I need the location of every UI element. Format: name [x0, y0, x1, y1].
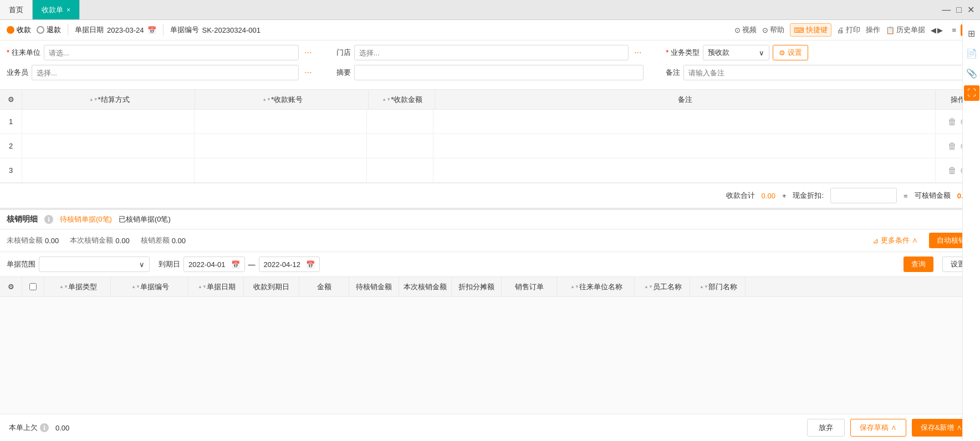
- plus-sign: +: [782, 192, 787, 200]
- row3-delete-btn[interactable]: 🗑: [948, 166, 957, 176]
- sidebar-clip-icon[interactable]: 📎: [964, 65, 979, 81]
- help-action[interactable]: ⊙ 帮助: [762, 25, 784, 35]
- refund-radio-dot: [37, 26, 44, 34]
- note-field: 备注: [666, 65, 973, 80]
- gear-icon: ⚙: [8, 95, 14, 104]
- equals-sign: =: [904, 192, 908, 200]
- diff-value: 0.00: [172, 237, 186, 245]
- writeoff-filter: 单据范围 ∨ 到期日 2022-04-01 📅 — 2022-04-12 �: [0, 252, 980, 277]
- net-label: 可核销金额: [915, 191, 951, 201]
- operations-action[interactable]: 操作: [866, 25, 880, 35]
- history-action[interactable]: 📋 历史单据: [886, 25, 925, 35]
- wth-order: 销售订单: [502, 277, 557, 296]
- wth-check[interactable]: [22, 277, 44, 296]
- docno-label: 单据编号: [170, 25, 199, 35]
- maximize-button[interactable]: □: [956, 5, 962, 15]
- row3-settle[interactable]: [22, 158, 195, 182]
- list-view-btn[interactable]: ≡: [948, 24, 959, 36]
- shortcut-action[interactable]: ⌨ 快捷键: [790, 23, 831, 37]
- shop-more-btn[interactable]: ···: [632, 48, 644, 58]
- discount-input[interactable]: [830, 188, 897, 203]
- bottom-info-icon[interactable]: ℹ: [40, 423, 49, 432]
- staff-input[interactable]: [32, 65, 299, 80]
- range-select[interactable]: ∨: [39, 257, 150, 272]
- row1-settle-input[interactable]: [25, 114, 191, 130]
- next-arrow[interactable]: ▶: [937, 26, 943, 34]
- discount-label: 现金折扣:: [793, 191, 824, 201]
- row2-settle-input[interactable]: [25, 139, 191, 154]
- row3-remark[interactable]: [433, 158, 936, 182]
- minimize-button[interactable]: —: [942, 5, 951, 15]
- note-input[interactable]: [683, 65, 973, 80]
- calendar-icon[interactable]: 📅: [147, 26, 156, 34]
- row3-account-input[interactable]: [198, 163, 363, 178]
- row2-account-input[interactable]: [198, 139, 363, 154]
- row1-account-input[interactable]: [198, 114, 363, 130]
- staff-more-btn[interactable]: ···: [302, 68, 314, 78]
- shop-input[interactable]: [354, 45, 629, 60]
- biztype-select[interactable]: 预收款 ∨: [703, 45, 769, 60]
- wth-party-label: 往来单位名称: [579, 282, 622, 292]
- row3-settle-input[interactable]: [25, 163, 191, 178]
- row2-amount-input[interactable]: [370, 139, 430, 154]
- row3-remark-input[interactable]: [437, 163, 932, 178]
- this-label: 本次核销金额: [70, 235, 113, 245]
- wth-discount: 折扣分摊额: [452, 277, 502, 296]
- sidebar-doc-icon[interactable]: 📄: [964, 45, 979, 61]
- date-from-input[interactable]: 2022-04-01 📅: [183, 257, 245, 272]
- total-value: 0.00: [762, 192, 775, 200]
- party-more-btn[interactable]: ···: [302, 48, 314, 58]
- right-sidebar: ⊞ 📄 📎 ⛶: [962, 20, 980, 441]
- wth-amount: 金额: [299, 277, 349, 296]
- tab-receipt[interactable]: 收款单 ×: [33, 0, 80, 19]
- row2-remark[interactable]: [433, 134, 936, 158]
- th-gear[interactable]: ⚙: [0, 90, 22, 109]
- party-field: 往来单位 ···: [7, 45, 314, 60]
- row3-amount-input[interactable]: [370, 163, 430, 178]
- print-action[interactable]: 🖨 打印: [837, 25, 860, 35]
- select-all-checkbox[interactable]: [29, 283, 37, 290]
- row1-remark[interactable]: [433, 110, 936, 134]
- row1-delete-btn[interactable]: 🗑: [948, 117, 957, 127]
- row1-amount-input[interactable]: [370, 114, 430, 130]
- pending-tab-link[interactable]: 待核销单据(0笔): [60, 214, 112, 224]
- more-conditions-btn[interactable]: ⊿ 更多条件 ∧: [872, 235, 918, 245]
- wth-staff-label: 员工名称: [653, 282, 682, 292]
- party-input[interactable]: [44, 45, 299, 60]
- tab-close-icon[interactable]: ×: [67, 6, 70, 14]
- receipt-radio[interactable]: 收款: [7, 25, 31, 35]
- row1-amount[interactable]: [367, 110, 433, 134]
- row1-account[interactable]: [195, 110, 367, 134]
- row2-settle[interactable]: [22, 134, 195, 158]
- summary-input[interactable]: [354, 65, 644, 80]
- wth-gear[interactable]: ⚙: [0, 277, 22, 296]
- prev-arrow[interactable]: ◀: [931, 26, 936, 34]
- video-action[interactable]: ⊙ 视频: [734, 25, 757, 35]
- row2-remark-input[interactable]: [437, 139, 932, 154]
- row3-account[interactable]: [195, 158, 367, 182]
- party-label: 往来单位: [7, 48, 40, 58]
- wth-pending: 待核销金额: [349, 277, 399, 296]
- row2-account[interactable]: [195, 134, 367, 158]
- sidebar-expand-icon[interactable]: ⛶: [964, 85, 979, 101]
- wth-no: ▲▼ 单据编号: [111, 277, 188, 296]
- abandon-btn[interactable]: 放弃: [807, 419, 845, 437]
- row3-amount[interactable]: [367, 158, 433, 182]
- save-draft-btn[interactable]: 保存草稿 ∧: [850, 419, 906, 437]
- history-label: 历史单据: [896, 25, 925, 35]
- date-to-input[interactable]: 2022-04-12 📅: [259, 257, 320, 272]
- writeoff-info-icon[interactable]: ℹ: [44, 215, 53, 224]
- table-footer: 收款合计 0.00 + 现金折扣: = 可核销金额 0.00: [0, 183, 980, 208]
- table-row: 1 🗑 ⊕: [0, 110, 980, 134]
- row1-settle[interactable]: [22, 110, 195, 134]
- query-btn[interactable]: 查询: [904, 257, 933, 272]
- row1-remark-input[interactable]: [437, 114, 932, 130]
- refund-radio[interactable]: 退款: [37, 25, 61, 35]
- sidebar-table-icon[interactable]: ⊞: [964, 25, 979, 41]
- row2-delete-btn[interactable]: 🗑: [948, 141, 957, 151]
- row2-amount[interactable]: [367, 134, 433, 158]
- tab-home[interactable]: 首页: [0, 0, 33, 19]
- done-tab-link[interactable]: 已核销单据(0笔): [119, 214, 171, 224]
- close-button[interactable]: ✕: [967, 4, 974, 15]
- setting-btn[interactable]: ⚙ 设置: [773, 45, 808, 60]
